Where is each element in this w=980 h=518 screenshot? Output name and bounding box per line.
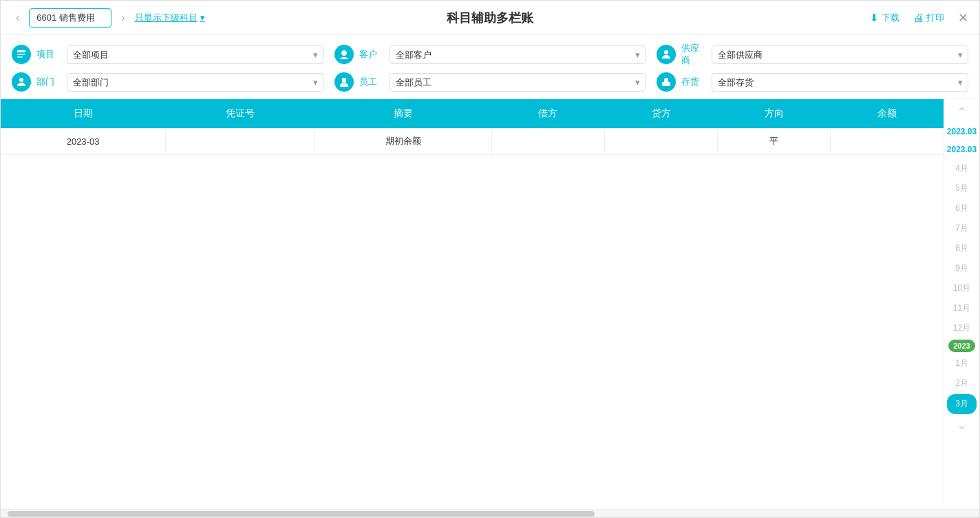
- svg-point-4: [19, 78, 23, 82]
- supplier-icon: [657, 45, 676, 64]
- project-select[interactable]: 全部项目: [67, 45, 323, 64]
- timeline-item-1[interactable]: 1月: [944, 353, 979, 373]
- timeline-item-11[interactable]: 11月: [944, 298, 979, 318]
- timeline-item-2023-03-dup[interactable]: 2023.03: [944, 141, 979, 158]
- title-bar: ‹ 6601 销售费用 › 只显示下级科目 ▾ 科目辅助多栏账 ⬇ 下载 🖨 打…: [1, 1, 979, 35]
- department-label: 部门: [36, 76, 61, 88]
- timeline-down-btn[interactable]: ⌄: [944, 415, 979, 435]
- show-sub-label: 只显示下级科目: [135, 12, 198, 24]
- inventory-label: 存货: [681, 76, 706, 88]
- col-voucher: 凭证号: [166, 99, 315, 128]
- print-btn[interactable]: 🖨 打印: [913, 12, 944, 24]
- svg-rect-5: [342, 78, 346, 83]
- timeline-item-2023-03-top[interactable]: 2023.03: [944, 123, 979, 141]
- svg-rect-2: [17, 56, 23, 58]
- account-code-box: 6601 销售费用: [29, 8, 111, 28]
- timeline-up-btn[interactable]: ⌃: [944, 102, 979, 123]
- inventory-select-wrapper: 全部存货: [712, 73, 968, 92]
- svg-rect-1: [17, 54, 25, 55]
- employee-icon: [334, 72, 354, 92]
- filter-customer: 客户 全部客户: [334, 42, 646, 67]
- page-title: 科目辅助多栏账: [447, 10, 533, 26]
- filter-bar: 项目 全部项目 客户 全部客户 供应商: [1, 35, 979, 99]
- table-header-row: 日期 凭证号 摘要 借方 贷方 方向 余额: [1, 99, 944, 128]
- department-icon: [12, 72, 31, 92]
- timeline-item-2[interactable]: 2月: [944, 373, 979, 393]
- cell-summary: 期初余额: [315, 128, 491, 155]
- filter-project: 项目 全部项目: [12, 42, 323, 67]
- close-btn[interactable]: ✕: [958, 10, 968, 25]
- project-select-wrapper: 全部项目: [67, 45, 323, 64]
- col-balance: 余额: [831, 99, 944, 128]
- supplier-label: 供应商: [681, 42, 706, 67]
- svg-rect-0: [17, 50, 25, 52]
- cell-direction: 平: [718, 128, 831, 155]
- show-sub-btn[interactable]: 只显示下级科目 ▾: [135, 12, 205, 24]
- supplier-select[interactable]: 全部供应商: [712, 45, 968, 64]
- timeline-item-12[interactable]: 12月: [944, 318, 979, 338]
- account-code: 6601: [36, 12, 56, 23]
- employee-label: 员工: [359, 76, 384, 88]
- title-bar-right: ⬇ 下载 🖨 打印 ✕: [870, 10, 968, 25]
- employee-select-wrapper: 全部员工: [390, 73, 646, 92]
- timeline-item-7[interactable]: 7月: [944, 218, 979, 238]
- svg-rect-6: [662, 82, 670, 86]
- customer-icon: [334, 45, 354, 64]
- print-label: 打印: [926, 12, 944, 24]
- account-name: 销售费用: [59, 12, 95, 24]
- customer-label: 客户: [359, 48, 384, 61]
- ledger-table: 日期 凭证号 摘要 借方 贷方 方向 余额 2023-03 期初余额 平: [1, 99, 944, 155]
- timeline-sidebar: ⌃ 2023.03 2023.03 4月 5月 6月 7月 8月 9月 10月 …: [944, 99, 979, 509]
- cell-balance: [831, 128, 944, 155]
- employee-select[interactable]: 全部员工: [390, 73, 646, 92]
- col-credit: 贷方: [605, 99, 718, 128]
- filter-supplier: 供应商 全部供应商: [657, 42, 968, 67]
- timeline-item-4[interactable]: 4月: [944, 158, 979, 178]
- download-icon: ⬇: [870, 12, 879, 24]
- supplier-select-wrapper: 全部供应商: [712, 45, 968, 64]
- col-debit: 借方: [491, 99, 604, 128]
- download-btn[interactable]: ⬇ 下载: [870, 12, 899, 24]
- filter-employee: 员工 全部员工: [334, 72, 646, 92]
- timeline-year-2023[interactable]: 2023: [948, 340, 975, 352]
- filter-inventory: 存货 全部存货: [657, 72, 968, 92]
- cell-date: 2023-03: [1, 128, 166, 155]
- timeline-item-8[interactable]: 8月: [944, 238, 979, 258]
- timeline-item-6[interactable]: 6月: [944, 198, 979, 218]
- inventory-select[interactable]: 全部存货: [712, 73, 968, 92]
- customer-select[interactable]: 全部客户: [390, 45, 646, 64]
- col-date: 日期: [1, 99, 166, 128]
- main-window: ‹ 6601 销售费用 › 只显示下级科目 ▾ 科目辅助多栏账 ⬇ 下载 🖨 打…: [0, 0, 980, 518]
- dropdown-arrow-icon: ▾: [200, 12, 205, 23]
- department-select[interactable]: 全部部门: [67, 73, 323, 92]
- scrollbar-thumb[interactable]: [8, 511, 595, 517]
- table-row: 2023-03 期初余额 平: [1, 128, 944, 155]
- customer-select-wrapper: 全部客户: [390, 45, 646, 64]
- project-label: 项目: [36, 48, 61, 61]
- timeline-item-3-selected[interactable]: 3月: [947, 394, 977, 414]
- download-label: 下载: [882, 12, 899, 24]
- title-bar-left: ‹ 6601 销售费用 › 只显示下级科目 ▾: [12, 8, 205, 28]
- inventory-icon: [657, 72, 676, 92]
- department-select-wrapper: 全部部门: [67, 73, 323, 92]
- bottom-scrollbar[interactable]: [1, 509, 979, 517]
- timeline-item-10[interactable]: 10月: [944, 278, 979, 298]
- cell-voucher: [166, 128, 315, 155]
- print-icon: 🖨: [913, 12, 924, 23]
- project-icon: [12, 45, 31, 64]
- prev-account-btn[interactable]: ‹: [12, 10, 23, 25]
- col-direction: 方向: [718, 99, 831, 128]
- col-summary: 摘要: [315, 99, 491, 128]
- table-area[interactable]: 日期 凭证号 摘要 借方 贷方 方向 余额 2023-03 期初余额 平: [1, 99, 944, 509]
- next-account-btn[interactable]: ›: [117, 10, 129, 25]
- cell-credit: [605, 128, 718, 155]
- filter-department: 部门 全部部门: [12, 72, 323, 92]
- svg-point-3: [664, 50, 668, 54]
- main-content: 日期 凭证号 摘要 借方 贷方 方向 余额 2023-03 期初余额 平: [1, 99, 979, 509]
- cell-debit: [491, 128, 604, 155]
- timeline-item-9[interactable]: 9月: [944, 258, 979, 278]
- timeline-item-5[interactable]: 5月: [944, 178, 979, 198]
